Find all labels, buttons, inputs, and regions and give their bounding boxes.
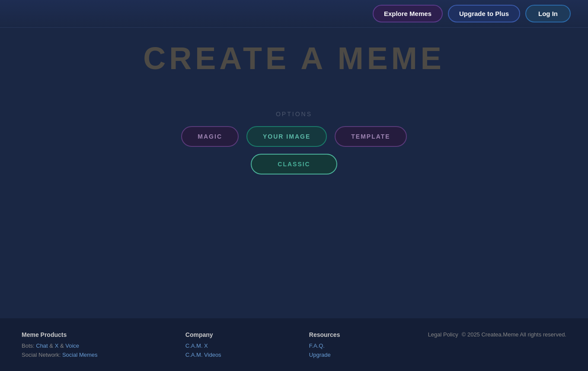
classic-row: CLASSIC xyxy=(251,154,337,174)
footer-resources-heading: Resources xyxy=(309,331,340,338)
bots-x-link[interactable]: X xyxy=(55,342,59,349)
footer-legal: Legal Policy © 2025 Createa.Meme All rig… xyxy=(428,331,566,338)
bots-and2: & xyxy=(58,342,65,349)
login-button[interactable]: Log In xyxy=(525,5,571,22)
bots-chat-link[interactable]: Chat xyxy=(36,342,48,349)
template-button[interactable]: TEMPLATE xyxy=(335,126,406,147)
bots-and1: & xyxy=(48,342,55,349)
bots-voice-link[interactable]: Voice xyxy=(65,342,79,349)
cam-videos-link[interactable]: C.A.M. Videos xyxy=(185,352,221,358)
footer-company-heading: Company xyxy=(185,331,221,338)
explore-memes-button[interactable]: Explore Memes xyxy=(373,5,443,22)
social-prefix: Social Network: xyxy=(22,352,62,358)
footer-col-resources: Resources F.A.Q. Upgrade xyxy=(309,331,340,358)
footer-col-company: Company C.A.M. X C.A.M. Videos xyxy=(185,331,221,358)
upgrade-button[interactable]: Upgrade to Plus xyxy=(448,5,520,22)
bots-prefix: Bots: xyxy=(22,342,36,349)
cam-x-link[interactable]: C.A.M. X xyxy=(185,342,221,349)
legal-policy-link[interactable]: Legal Policy xyxy=(428,331,458,338)
header-buttons: Explore Memes Upgrade to Plus Log In xyxy=(373,5,571,22)
magic-button[interactable]: MAGIC xyxy=(181,126,239,147)
footer-social-text: Social Network: Social Memes xyxy=(22,352,98,358)
footer: Meme Products Bots: Chat & X & Voice Soc… xyxy=(0,318,588,371)
upgrade-link[interactable]: Upgrade xyxy=(309,352,340,358)
classic-button[interactable]: CLASSIC xyxy=(251,154,337,174)
main-content: CREATE A MEME OPTIONS MAGIC YOUR IMAGE T… xyxy=(0,28,588,318)
faq-link[interactable]: F.A.Q. xyxy=(309,342,340,349)
footer-products-heading: Meme Products xyxy=(22,331,98,338)
social-memes-link[interactable]: Social Memes xyxy=(62,352,98,358)
header: Explore Memes Upgrade to Plus Log In xyxy=(0,0,588,28)
footer-copyright: © 2025 Createa.Meme All rights reserved. xyxy=(462,331,566,338)
options-label: OPTIONS xyxy=(276,111,312,117)
footer-col-products: Meme Products Bots: Chat & X & Voice Soc… xyxy=(22,331,98,358)
mode-buttons-row: MAGIC YOUR IMAGE TEMPLATE xyxy=(181,126,406,147)
footer-bots-text: Bots: Chat & X & Voice xyxy=(22,342,98,349)
your-image-button[interactable]: YOUR IMAGE xyxy=(246,126,327,147)
page-title: CREATE A MEME xyxy=(143,41,444,76)
